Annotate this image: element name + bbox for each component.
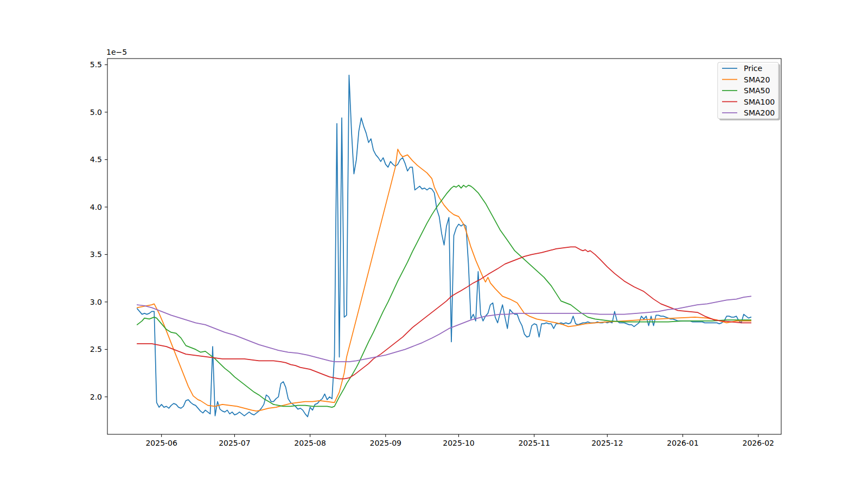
series-line-sma50 [137,185,751,407]
legend-label-price: Price [744,64,762,73]
y-tick-label: 5.0 [90,108,102,117]
legend-label-sma100: SMA100 [744,98,775,106]
plot-border [107,59,781,434]
x-tick-label: 2025-10 [443,439,475,447]
series-line-sma100 [137,247,751,378]
x-tick-label: 2026-01 [667,439,699,447]
y-tick-label: 2.0 [90,393,102,401]
y-tick-label: 3.5 [90,250,102,259]
x-tick-label: 2025-06 [145,439,177,447]
y-axis-offset-text: 1e−5 [106,48,127,56]
x-tick-label: 2026-02 [743,439,775,447]
series-line-sma200 [137,296,751,362]
x-tick-label: 2025-11 [518,439,550,447]
x-tick-label: 2025-09 [370,439,402,447]
y-tick-label: 5.5 [90,60,102,69]
y-tick-label: 4.0 [90,203,102,211]
chart-figure: 2025-062025-072025-082025-092025-102025-… [0,0,868,488]
y-tick-label: 4.5 [90,155,102,164]
y-tick-label: 2.5 [90,345,102,354]
x-tick-label: 2025-07 [219,439,251,447]
legend-label-sma20: SMA20 [744,75,770,84]
y-tick-label: 3.0 [90,298,102,306]
legend-label-sma50: SMA50 [744,86,770,95]
legend-label-sma200: SMA200 [744,108,775,117]
x-tick-label: 2025-08 [294,439,326,447]
series-line-price [137,75,751,417]
price-sma-line-chart: 2025-062025-072025-082025-092025-102025-… [0,0,868,488]
x-tick-label: 2025-12 [591,439,623,447]
